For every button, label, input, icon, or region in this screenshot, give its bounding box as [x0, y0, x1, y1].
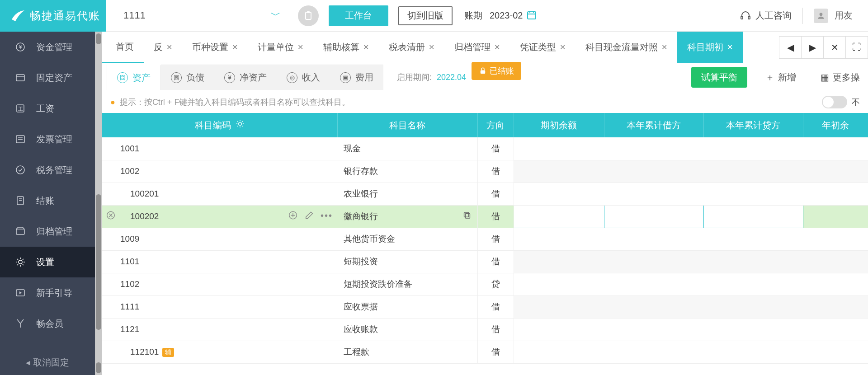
cell-year-begin — [803, 228, 868, 250]
table-row[interactable]: 100201农业银行借 — [102, 183, 868, 205]
sidebar-icon: ¥ — [14, 41, 26, 53]
sidebar-scrollbar[interactable] — [95, 32, 102, 375]
table-row[interactable]: 1001现金借 — [102, 137, 868, 160]
table-row[interactable]: 1101短期投资借 — [102, 250, 868, 273]
cell-ytd-debit — [604, 341, 703, 363]
subtab-4[interactable]: ▣费用 — [330, 65, 383, 90]
subtab-icon: ¥ — [224, 72, 235, 83]
cell-ytd-credit[interactable] — [703, 205, 803, 228]
cell-ytd-credit — [703, 250, 803, 273]
avatar — [814, 9, 828, 23]
close-icon[interactable]: ✕ — [297, 43, 303, 52]
subtab-label: 净资产 — [240, 71, 267, 84]
scroll-arrow-down-icon[interactable] — [96, 362, 101, 373]
tab-8[interactable]: 科目现金流量对照✕ — [576, 32, 677, 63]
tab-1[interactable]: 反✕ — [144, 32, 182, 63]
sidebar-item-9[interactable]: 畅会员 — [0, 308, 95, 339]
sidebar-icon — [14, 318, 26, 329]
sidebar-item-4[interactable]: 税务管理 — [0, 155, 95, 185]
close-icon[interactable]: ✕ — [363, 43, 369, 52]
cell-ytd-debit — [604, 183, 703, 205]
cell-code: 1101 — [102, 250, 337, 273]
sidebar-unpin[interactable]: ◂ 取消固定 — [0, 350, 95, 375]
cell-year-begin — [803, 160, 868, 183]
support-link[interactable]: 人工咨询 — [740, 8, 803, 24]
tab-2[interactable]: 币种设置✕ — [182, 32, 248, 63]
cell-ytd-debit — [604, 160, 703, 183]
sidebar-item-7[interactable]: 设置 — [0, 247, 95, 277]
sidebar-item-6[interactable]: 归档管理 — [0, 216, 95, 247]
sidebar-item-2[interactable]: 工工资 — [0, 93, 95, 124]
tab-label: 首页 — [116, 41, 134, 53]
table-row[interactable]: 112101辅工程款借 — [102, 341, 868, 363]
cell-ytd-debit[interactable] — [604, 205, 703, 228]
cell-opening-balance — [514, 183, 604, 205]
table: 科目编码科目名称方向期初余额本年累计借方本年累计贷方年初余 1001现金借100… — [102, 113, 868, 375]
cell-year-begin — [803, 205, 868, 228]
cell-year-begin — [803, 183, 868, 205]
cell-year-begin — [803, 341, 868, 363]
more-button[interactable]: ▦更多操 — [814, 67, 866, 88]
cell-name: 短期投资跌价准备 — [337, 273, 477, 295]
table-row[interactable]: 1009其他货币资金借 — [102, 228, 868, 250]
company-select[interactable]: 1111 ﹀ — [116, 5, 288, 26]
edit-icon[interactable] — [304, 211, 314, 223]
cell-opening-balance[interactable] — [514, 205, 604, 228]
cell-direction: 借 — [477, 250, 514, 273]
add-child-icon[interactable] — [288, 211, 298, 223]
tab-4[interactable]: 辅助核算✕ — [313, 32, 379, 63]
close-icon[interactable]: ✕ — [166, 43, 172, 52]
sidebar-icon — [14, 225, 26, 237]
tab-6[interactable]: 归档管理✕ — [444, 32, 510, 63]
tabs-prev-button[interactable]: ◀ — [779, 36, 802, 59]
subtab-1[interactable]: 囻负债 — [161, 65, 214, 90]
more-icon[interactable]: ••• — [321, 211, 333, 223]
tab-9[interactable]: 科目期初✕ — [677, 32, 743, 63]
close-icon[interactable]: ✕ — [560, 43, 566, 52]
trial-balance-button[interactable]: 试算平衡 — [691, 67, 747, 88]
close-icon[interactable]: ✕ — [494, 43, 500, 52]
sidebar-item-5[interactable]: 结账 — [0, 185, 95, 216]
tip-toggle[interactable] — [822, 96, 847, 108]
scroll-thumb[interactable] — [96, 194, 101, 330]
table-row[interactable]: •••100202徽商银行借 — [102, 205, 868, 228]
subtab-2[interactable]: ¥净资产 — [214, 65, 277, 90]
copy-icon[interactable] — [462, 211, 472, 223]
table-row[interactable]: 1102短期投资跌价准备贷 — [102, 273, 868, 295]
subtab-0[interactable]: 囼资产 — [107, 65, 161, 90]
tab-0[interactable]: 首页 — [102, 32, 144, 63]
table-row[interactable]: 1121应收账款借 — [102, 318, 868, 341]
tab-5[interactable]: 税表清册✕ — [379, 32, 444, 63]
calendar-icon[interactable] — [526, 9, 537, 22]
tab-label: 反 — [154, 41, 163, 53]
sidebar-item-8[interactable]: 新手引导 — [0, 277, 95, 308]
svg-rect-26 — [481, 70, 486, 74]
gear-icon[interactable] — [236, 119, 245, 128]
sidebar-item-1[interactable]: 固定资产 — [0, 62, 95, 93]
tab-label: 归档管理 — [454, 41, 491, 53]
sidebar-item-0[interactable]: ¥资金管理 — [0, 32, 95, 62]
table-row[interactable]: 1002银行存款借 — [102, 160, 868, 183]
cell-name: 应收账款 — [337, 318, 477, 341]
sidebar-item-3[interactable]: 发票管理 — [0, 124, 95, 155]
delete-row-icon[interactable] — [106, 211, 116, 223]
scroll-arrow-up-icon[interactable] — [96, 33, 101, 44]
cell-ytd-debit — [604, 273, 703, 295]
add-button[interactable]: ＋新增 — [759, 67, 802, 88]
tabs-close-button[interactable]: ✕ — [823, 36, 846, 59]
workbench-button[interactable]: 工作台 — [329, 5, 388, 26]
clipboard-button[interactable] — [298, 5, 319, 26]
table-row[interactable]: 1111应收票据借 — [102, 295, 868, 318]
col-header: 科目名称 — [337, 113, 477, 137]
old-version-button[interactable]: 切到旧版 — [398, 6, 453, 25]
close-icon[interactable]: ✕ — [727, 43, 733, 52]
subtab-3[interactable]: ◎收入 — [277, 65, 330, 90]
tabs-next-button[interactable]: ▶ — [801, 36, 824, 59]
close-icon[interactable]: ✕ — [429, 43, 434, 52]
user-menu[interactable]: 用友 — [814, 9, 853, 23]
close-icon[interactable]: ✕ — [661, 43, 667, 52]
close-icon[interactable]: ✕ — [232, 43, 238, 52]
tabs-expand-button[interactable]: ⛶ — [845, 36, 868, 59]
tab-3[interactable]: 计量单位✕ — [248, 32, 313, 63]
tab-7[interactable]: 凭证类型✕ — [510, 32, 576, 63]
